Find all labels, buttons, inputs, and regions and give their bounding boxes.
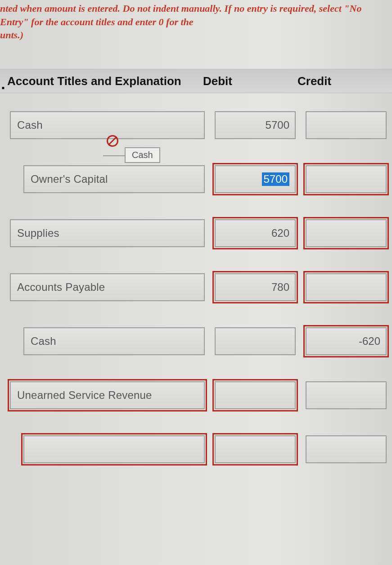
header-debit: Debit <box>203 69 297 93</box>
tooltip: Cash <box>125 147 160 163</box>
debit-input[interactable]: 5700 <box>215 165 296 193</box>
table-row: Accounts Payable780 <box>10 273 387 301</box>
credit-input[interactable] <box>306 435 387 463</box>
debit-input[interactable]: 5700 <box>215 111 296 139</box>
table-row <box>10 435 387 463</box>
credit-input[interactable] <box>306 111 387 139</box>
journal-rows: Cash5700Owner's Capital5700CashSupplies6… <box>0 93 392 463</box>
account-title-input[interactable]: Unearned Service Revenue <box>10 381 205 409</box>
table-row: Owner's Capital5700Cash <box>10 165 387 193</box>
credit-input[interactable] <box>306 165 387 193</box>
credit-input[interactable]: -620 <box>306 327 387 355</box>
debit-input[interactable]: 620 <box>215 219 296 247</box>
table-row: Unearned Service Revenue <box>10 381 387 409</box>
debit-input[interactable] <box>215 435 296 463</box>
header-credit: Credit <box>297 69 392 93</box>
table-row: Cash5700 <box>10 111 387 139</box>
header-dot: . <box>0 69 6 93</box>
account-title-input[interactable]: Cash <box>10 111 205 139</box>
table-row: Supplies620 <box>10 219 387 247</box>
account-title-input[interactable]: Owner's Capital <box>23 165 205 193</box>
table-header: . Account Titles and Explanation Debit C… <box>0 69 392 93</box>
debit-input[interactable] <box>215 327 296 355</box>
credit-input[interactable] <box>306 273 387 301</box>
debit-input[interactable] <box>215 381 296 409</box>
credit-input[interactable] <box>306 219 387 247</box>
debit-input[interactable]: 780 <box>215 273 296 301</box>
header-account-title: Account Titles and Explanation <box>6 69 203 93</box>
account-title-input[interactable] <box>23 435 205 463</box>
instructions-text: nted when amount is entered. Do not inde… <box>0 0 392 42</box>
table-row: Cash-620 <box>10 327 387 355</box>
account-title-input[interactable]: Cash <box>23 327 205 355</box>
credit-input[interactable] <box>306 381 387 409</box>
account-title-input[interactable]: Accounts Payable <box>10 273 205 301</box>
account-title-input[interactable]: Supplies <box>10 219 205 247</box>
not-allowed-icon <box>107 135 118 147</box>
